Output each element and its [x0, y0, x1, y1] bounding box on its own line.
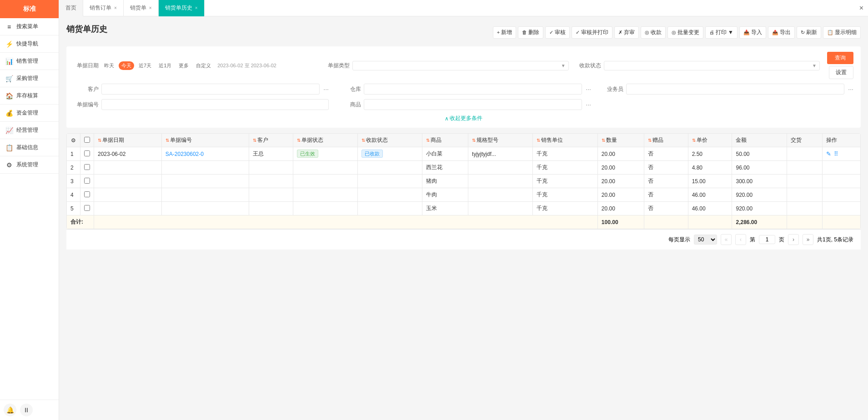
- row-checkbox[interactable]: [84, 205, 90, 211]
- sidebar-item-system-mgmt[interactable]: ⚙ 系统管理: [0, 156, 59, 174]
- filter-actions: 查询 设置: [827, 52, 853, 79]
- qty-sort-icon: ⇅: [602, 138, 605, 143]
- col-gift-header[interactable]: ⇅赠品: [644, 134, 688, 147]
- tab-sales-order[interactable]: 销售订单 ×: [83, 0, 124, 16]
- col-settings-header[interactable]: ⚙: [67, 134, 80, 147]
- sidebar-item-quick-nav[interactable]: ⚡ 快捷导航: [0, 35, 59, 53]
- row-checkbox[interactable]: [84, 191, 90, 197]
- col-transaction-label: 交货: [791, 137, 802, 143]
- collect-button[interactable]: ◎ 收款: [641, 26, 666, 39]
- window-close-btn[interactable]: ×: [859, 4, 863, 12]
- sidebar-item-finance-mgmt[interactable]: 💰 资金管理: [0, 105, 59, 122]
- sidebar-item-inventory[interactable]: 🏠 库存核算: [0, 87, 59, 105]
- tab-home[interactable]: 首页: [59, 0, 83, 16]
- audit-print-button[interactable]: ✓ 审核并打印: [572, 26, 612, 39]
- batch-change-icon: ◎: [672, 30, 676, 35]
- date-tag-1month[interactable]: 近1月: [156, 61, 174, 70]
- quick-nav-icon: ⚡: [5, 40, 13, 48]
- warehouse-input[interactable]: [364, 84, 582, 95]
- row-gift: 否: [644, 161, 688, 175]
- abandon-button[interactable]: ✗ 弃审: [614, 26, 639, 39]
- date-tag-7days[interactable]: 近7天: [136, 61, 154, 70]
- row-date: [94, 161, 162, 175]
- page-word: 第: [750, 236, 755, 244]
- edit-icon[interactable]: ✎: [826, 150, 831, 157]
- tab-sales-goods-close[interactable]: ×: [149, 5, 152, 10]
- export-button[interactable]: 📤 导出: [768, 26, 795, 39]
- set-button[interactable]: 设置: [829, 66, 853, 79]
- delete-button[interactable]: 🗑 删除: [518, 26, 543, 39]
- filter-area: 单据日期 昨天 今天 近7天 近1月 更多 自定义 2023-06-02 至 2…: [66, 46, 861, 128]
- row-payment-status: [358, 188, 422, 202]
- salesperson-dots[interactable]: ···: [848, 85, 853, 93]
- type-select[interactable]: ▼: [352, 61, 568, 70]
- more-icon[interactable]: ⠿: [834, 150, 838, 157]
- goods-input[interactable]: [364, 99, 582, 110]
- col-qty-header[interactable]: ⇅数量: [597, 134, 644, 147]
- col-date-header[interactable]: ⇅单据日期: [94, 134, 162, 147]
- import-button[interactable]: 📥 导入: [739, 26, 766, 39]
- sidebar-item-search-menu[interactable]: ≡ 搜索菜单: [0, 18, 59, 35]
- date-tag-custom[interactable]: 自定义: [193, 61, 214, 70]
- paymentstatus-sort-icon: ⇅: [361, 138, 365, 143]
- warehouse-dots[interactable]: ···: [586, 85, 591, 93]
- select-all-checkbox[interactable]: [84, 137, 90, 143]
- row-index: 3: [67, 175, 80, 188]
- tab-sales-goods[interactable]: 销货单 ×: [124, 0, 159, 16]
- prev-page-btn[interactable]: ‹: [735, 234, 746, 245]
- row-action: [823, 188, 861, 202]
- col-price-header[interactable]: ⇅单价: [688, 134, 732, 147]
- sidebar-item-operations-mgmt[interactable]: 📈 经营管理: [0, 122, 59, 139]
- row-checkbox-cell: [80, 188, 94, 202]
- audit-button[interactable]: ✓ 审核: [545, 26, 570, 39]
- operations-mgmt-icon: 📈: [5, 127, 13, 134]
- row-gift: 否: [644, 188, 688, 202]
- sidebar-item-purchase-mgmt[interactable]: 🛒 采购管理: [0, 70, 59, 87]
- col-orderno-header[interactable]: ⇅单据编号: [161, 134, 249, 147]
- row-order-no: [161, 175, 249, 188]
- next-page-btn[interactable]: ›: [788, 234, 799, 245]
- row-gift: 否: [644, 202, 688, 215]
- new-button[interactable]: + 新增: [493, 26, 516, 39]
- row-checkbox[interactable]: [84, 150, 90, 156]
- row-checkbox[interactable]: [84, 178, 90, 184]
- page-size-select[interactable]: 50 20 100: [694, 235, 717, 245]
- col-paymentstatus-header[interactable]: ⇅收款状态: [358, 134, 422, 147]
- sidebar-item-sales-mgmt[interactable]: 📊 销售管理: [0, 53, 59, 70]
- page-number-input[interactable]: [759, 235, 775, 244]
- date-tag-more[interactable]: 更多: [176, 61, 191, 70]
- customer-dots[interactable]: ···: [323, 85, 329, 93]
- row-unit: 千克: [533, 175, 597, 188]
- refresh-button[interactable]: ↻ 刷新: [797, 26, 821, 39]
- tab-sales-history[interactable]: 销货单历史 ×: [159, 0, 205, 16]
- collapse-button[interactable]: ∧ 收起更多条件: [74, 115, 853, 122]
- sidebar-item-basic-info[interactable]: 📋 基础信息: [0, 139, 59, 156]
- query-button[interactable]: 查询: [827, 52, 853, 64]
- show-detail-label: 显示明细: [835, 29, 857, 36]
- first-page-btn[interactable]: «: [721, 234, 732, 245]
- pause-btn[interactable]: ⏸: [20, 404, 33, 416]
- col-spec-header[interactable]: ⇅规格型号: [468, 134, 533, 147]
- tab-sales-order-close[interactable]: ×: [114, 5, 117, 10]
- notification-btn[interactable]: 🔔: [4, 404, 16, 416]
- order-no-input[interactable]: [101, 99, 329, 110]
- sidebar: 标准 ≡ 搜索菜单 ⚡ 快捷导航 📊 销售管理 🛒 采购管理 🏠 库存核算 💰 …: [0, 0, 59, 420]
- customer-input[interactable]: [101, 84, 320, 95]
- row-checkbox[interactable]: [84, 164, 90, 170]
- print-button[interactable]: 🖨 打印 ▼: [705, 26, 738, 39]
- order-no-link[interactable]: SA-20230602-0: [166, 151, 204, 157]
- col-customer-header[interactable]: ⇅客户: [249, 134, 293, 147]
- date-tag-today[interactable]: 今天: [119, 61, 134, 70]
- payment-status-select[interactable]: ▼: [604, 61, 820, 70]
- last-page-btn[interactable]: »: [803, 234, 813, 245]
- salesperson-input[interactable]: [626, 84, 844, 95]
- date-tag-yesterday[interactable]: 昨天: [101, 61, 117, 70]
- col-unit-header[interactable]: ⇅销售单位: [533, 134, 597, 147]
- batch-change-button[interactable]: ◎ 批量变更: [667, 26, 703, 39]
- tab-sales-history-close[interactable]: ×: [195, 5, 198, 10]
- col-orderstatus-header[interactable]: ⇅单据状态: [293, 134, 357, 147]
- goods-dots[interactable]: ···: [586, 101, 591, 108]
- delete-icon: 🗑: [522, 30, 527, 35]
- show-detail-button[interactable]: 📋 显示明细: [823, 26, 861, 39]
- col-goods-header[interactable]: ⇅商品: [422, 134, 468, 147]
